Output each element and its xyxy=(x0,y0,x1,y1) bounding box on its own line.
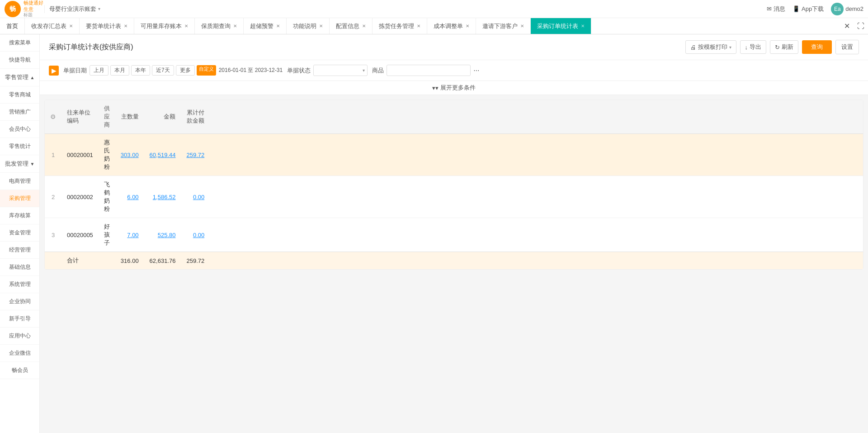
sidebar-item-newuser[interactable]: 新手引导 xyxy=(0,310,39,328)
row-paid[interactable]: 259.72 xyxy=(181,134,210,176)
row-qty[interactable]: 7.00 xyxy=(115,218,144,252)
expand-more-button[interactable]: ▾▾ 展开更多条件 xyxy=(432,84,476,92)
tab-keyongliang[interactable]: 可用量库存账本 ✕ xyxy=(134,18,195,34)
sidebar-item-member2[interactable]: 畅会员 xyxy=(0,362,39,379)
logo: 畅 畅捷通好生意 标题 xyxy=(5,0,44,17)
sidebar-item-ecommerce[interactable]: 电商管理 xyxy=(0,173,39,190)
close-icon[interactable]: ✕ xyxy=(124,24,127,29)
sidebar-item-retail-stats[interactable]: 零售统计 xyxy=(0,138,39,155)
row-amount[interactable]: 525.80 xyxy=(144,218,181,252)
filter-date-group: 单据日期 上月 本月 本年 近7天 更多 自定义 2016-01-01 至 20… xyxy=(63,65,283,76)
sidebar-item-basic-info[interactable]: 基础信息 xyxy=(0,259,39,276)
col-code: 往来单位编码 xyxy=(61,100,99,134)
sidebar-item-operations[interactable]: 经营管理 xyxy=(0,242,39,259)
close-icon[interactable]: ✕ xyxy=(276,24,280,29)
footer-amount-cell: 62,631.76 xyxy=(144,252,181,270)
tab-caigou-active[interactable]: 采购订单统计表 ✕ xyxy=(531,18,591,34)
sidebar-item-appcenter[interactable]: 应用中心 xyxy=(0,328,39,345)
filter-expand-row: ▾▾ 展开更多条件 xyxy=(40,81,868,95)
sidebar-item-finance[interactable]: 资金管理 xyxy=(0,224,39,242)
tab-chengben[interactable]: 成本调整单 ✕ xyxy=(427,18,476,34)
tab-home[interactable]: 首页 xyxy=(0,18,25,34)
app-download-button[interactable]: 📱 App下载 xyxy=(793,5,824,13)
close-icon[interactable]: ✕ xyxy=(581,24,585,29)
col-extra xyxy=(210,100,863,134)
query-button[interactable]: 查询 xyxy=(802,40,832,54)
settings-icon[interactable]: ⚙ xyxy=(50,113,56,120)
sidebar-item-marketing[interactable]: 营销推广 xyxy=(0,104,39,121)
export-icon: ↓ xyxy=(745,44,748,51)
close-icon[interactable]: ✕ xyxy=(319,24,323,29)
sidebar-item-retail-mall[interactable]: 零售商城 xyxy=(0,86,39,104)
store-selector[interactable]: 母婴行业演示账套 ▾ xyxy=(44,5,105,13)
col-amount: 金额 xyxy=(144,100,181,134)
row-qty[interactable]: 6.00 xyxy=(115,176,144,218)
tab-maximize-button[interactable]: ⛶ xyxy=(854,18,868,34)
chevron-down-icon: ▼ xyxy=(30,162,35,167)
close-icon[interactable]: ✕ xyxy=(466,24,469,29)
filter-date-last-month[interactable]: 上月 xyxy=(90,65,108,76)
user-menu[interactable]: Ea demo2 xyxy=(831,3,863,15)
footer-row: 合计 316.00 62,631.76 259.72 xyxy=(45,252,863,270)
tab-peizhi[interactable]: 配置信息 ✕ xyxy=(330,18,373,34)
row-amount[interactable]: 1,586.52 xyxy=(144,176,181,218)
tab-baozhi[interactable]: 保质期查询 ✕ xyxy=(195,18,244,34)
settings-button[interactable]: 设置 xyxy=(835,40,859,54)
tab-yaohuo[interactable]: 要货单统计表 ✕ xyxy=(80,18,134,34)
row-qty[interactable]: 303.00 xyxy=(115,134,144,176)
row-extra xyxy=(210,134,863,176)
data-table-wrapper: ⚙ 往来单位编码 供应商 主数量 金额 累计付款金额 1 00020001 惠氏… xyxy=(44,100,863,270)
close-icon[interactable]: ✕ xyxy=(417,24,420,29)
table-body: 1 00020001 惠氏奶粉 303.00 60,519.44 259.72 … xyxy=(45,134,863,252)
sidebar-item-quicknav[interactable]: 快捷导航 xyxy=(0,52,39,69)
main-layout: 搜索菜单 快捷导航 零售管理 ▲ 零售商城 营销推广 会员中心 零售统计 批发管… xyxy=(0,34,868,433)
sidebar-item-weixin[interactable]: 企业微信 xyxy=(0,345,39,362)
chevron-down-icon: ▾▾ xyxy=(432,85,439,91)
close-icon[interactable]: ✕ xyxy=(520,24,524,29)
message-button[interactable]: ✉ 消息 xyxy=(767,5,785,13)
filter-goods-input[interactable] xyxy=(387,65,471,76)
tab-chaochu[interactable]: 超储预警 ✕ xyxy=(244,18,287,34)
sidebar-item-system[interactable]: 系统管理 xyxy=(0,276,39,293)
filter-status-group: 单据状态 xyxy=(287,65,368,76)
filter-date-this-year[interactable]: 本年 xyxy=(131,65,150,76)
close-icon[interactable]: ✕ xyxy=(69,24,73,29)
filter-status-select[interactable] xyxy=(313,65,368,76)
row-code: 00020002 xyxy=(61,176,99,218)
sidebar-item-purchase[interactable]: 采购管理 xyxy=(0,190,39,207)
tab-gongneng[interactable]: 功能说明 ✕ xyxy=(287,18,330,34)
filter-goods-group: 商品 ··· xyxy=(372,65,479,76)
refresh-button[interactable]: ↻ 刷新 xyxy=(770,40,798,54)
sidebar-item-collab[interactable]: 企业协同 xyxy=(0,293,39,310)
filter-date-more[interactable]: 更多 xyxy=(176,65,195,76)
tab-yaoqing[interactable]: 邀请下游客户 ✕ xyxy=(476,18,531,34)
chevron-down-icon: ▾ xyxy=(98,6,100,11)
tab-bar-actions: ✕ ⛶ xyxy=(840,18,868,34)
filter-toggle-button[interactable]: ▶ xyxy=(49,66,59,76)
close-icon[interactable]: ✕ xyxy=(233,24,237,29)
row-paid[interactable]: 0.00 xyxy=(181,218,210,252)
tab-shoufacun[interactable]: 收发存汇总表 ✕ xyxy=(25,18,80,34)
filter-date-7days[interactable]: 近7天 xyxy=(152,65,174,76)
row-amount[interactable]: 60,519.44 xyxy=(144,134,181,176)
export-button[interactable]: ↓ 导出 xyxy=(740,40,767,54)
sidebar-item-search[interactable]: 搜索菜单 xyxy=(0,34,39,52)
sidebar-item-inventory[interactable]: 库存核算 xyxy=(0,207,39,224)
sidebar-item-retail-mgmt[interactable]: 零售管理 ▲ xyxy=(0,69,39,86)
filter-more-icon[interactable]: ··· xyxy=(473,67,479,75)
close-icon[interactable]: ✕ xyxy=(184,24,188,29)
filter-date-this-month[interactable]: 本月 xyxy=(110,65,129,76)
row-paid[interactable]: 0.00 xyxy=(181,176,210,218)
tab-close-all-button[interactable]: ✕ xyxy=(840,18,854,34)
sidebar-item-member[interactable]: 会员中心 xyxy=(0,121,39,138)
print-button[interactable]: 🖨 按模板打印 ▾ xyxy=(685,40,736,54)
page-header: 采购订单统计表(按供应商) 🖨 按模板打印 ▾ ↓ 导出 ↻ 刷新 查询 xyxy=(40,34,868,60)
tab-bar: 首页 收发存汇总表 ✕ 要货单统计表 ✕ 可用量库存账本 ✕ 保质期查询 ✕ 超… xyxy=(0,18,868,34)
row-index: 3 xyxy=(45,218,61,252)
close-icon[interactable]: ✕ xyxy=(362,24,366,29)
tab-jianhuo[interactable]: 拣货任务管理 ✕ xyxy=(373,18,427,34)
table-header-row: ⚙ 往来单位编码 供应商 主数量 金额 累计付款金额 xyxy=(45,100,863,134)
sidebar-item-wholesale[interactable]: 批发管理 ▼ xyxy=(0,155,39,173)
col-qty: 主数量 xyxy=(115,100,144,134)
filter-status-wrapper xyxy=(313,65,368,76)
